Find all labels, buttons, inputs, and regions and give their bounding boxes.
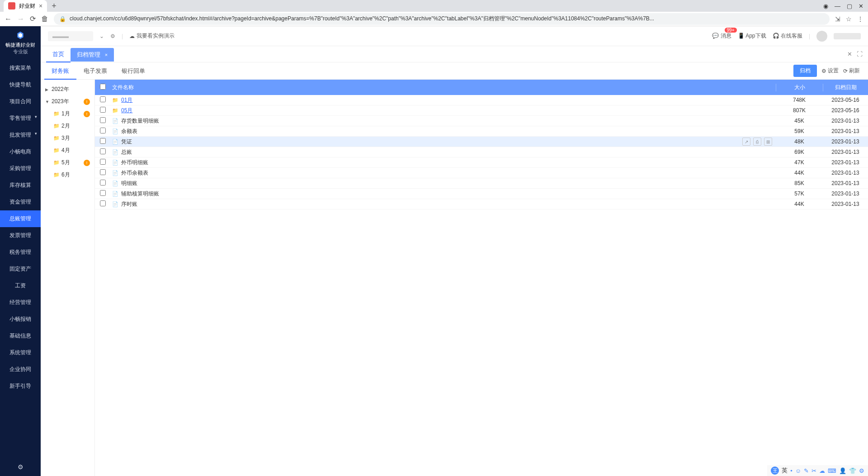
grid-icon[interactable]: ⊞ (764, 138, 772, 146)
close-window-icon[interactable]: ✕ (859, 3, 863, 10)
close-tab-icon[interactable]: × (105, 52, 108, 57)
tree-month[interactable]: 📁5月! (42, 157, 93, 169)
message-button[interactable]: 💬 消息 99+ (712, 32, 731, 40)
avatar[interactable] (816, 31, 827, 42)
delete-icon[interactable]: 🗑 (41, 15, 48, 23)
ime-keyboard-icon[interactable]: ⌨ (828, 467, 836, 474)
chevron-down-icon[interactable]: ⌄ (99, 33, 104, 39)
sidebar-item[interactable]: 固定资产 (0, 261, 41, 277)
gear-icon[interactable]: ⚙ (110, 33, 115, 39)
row-checkbox[interactable] (100, 200, 106, 206)
close-all-icon[interactable]: ✕ (847, 51, 852, 57)
close-icon[interactable]: × (39, 2, 42, 10)
tree-month[interactable]: 📁4月 (42, 144, 93, 157)
table-row[interactable]: 📄总账69K2023-01-13 (95, 147, 868, 157)
star-icon[interactable]: ☆ (846, 15, 852, 23)
sidebar-item[interactable]: 资金管理 (0, 194, 41, 210)
sidebar-item[interactable]: 发票管理 (0, 227, 41, 244)
subtab-einvoice[interactable]: 电子发票 (76, 62, 114, 80)
browser-tab[interactable]: 好业财 × (4, 0, 47, 12)
forward-icon[interactable]: → (17, 15, 24, 23)
row-checkbox[interactable] (100, 159, 106, 165)
table-row[interactable]: 📄明细账85K2023-01-13 (95, 178, 868, 189)
sidebar-item[interactable]: 批发管理▾ (0, 127, 41, 143)
file-name[interactable]: 05月 (121, 107, 132, 114)
minimize-icon[interactable]: — (835, 3, 840, 10)
row-checkbox[interactable] (100, 117, 106, 123)
archive-button[interactable]: 归档 (793, 65, 817, 77)
settings-button[interactable]: ⚙设置 (821, 67, 839, 75)
table-row[interactable]: 📄外币余额表44K2023-01-13 (95, 168, 868, 178)
back-icon[interactable]: ← (5, 15, 12, 23)
install-icon[interactable]: ⇲ (835, 15, 840, 23)
tree-year-2022[interactable]: ▶ 2022年 (42, 83, 93, 95)
tree-month[interactable]: 📁2月 (42, 120, 93, 132)
table-row[interactable]: 📄辅助核算明细账57K2023-01-13 (95, 189, 868, 199)
sidebar-item[interactable]: 小畅电商 (0, 143, 41, 160)
org-selector[interactable]: ▬▬▬ (48, 31, 93, 41)
tab-home[interactable]: 首页 (46, 46, 71, 62)
ime-scissors-icon[interactable]: ✂ (811, 467, 816, 474)
reload-icon[interactable]: ⟳ (30, 14, 36, 23)
settings-gear-icon[interactable]: ⚙ (0, 458, 41, 476)
ime-gear-icon[interactable]: ⚙ (859, 467, 864, 474)
ime-dot-icon[interactable]: • (790, 467, 793, 474)
url-input[interactable]: 🔒 cloud.chanjet.com/cc/u6d89qwnryel/57bf… (54, 13, 830, 25)
tree-month[interactable]: 📁3月 (42, 132, 93, 144)
sidebar-item[interactable]: 税务管理 (0, 244, 41, 261)
ime-cloud-icon[interactable]: ☁ (819, 467, 825, 474)
table-row[interactable]: 📄存货数量明细账45K2023-01-13 (95, 116, 868, 126)
ime-edit-icon[interactable]: ✎ (804, 467, 809, 474)
sidebar-item[interactable]: 企业协同 (0, 361, 41, 378)
row-checkbox[interactable] (100, 148, 106, 154)
ime-lang[interactable]: 英 (782, 466, 788, 475)
sidebar-item[interactable]: 基础信息 (0, 328, 41, 344)
account-icon[interactable]: ◉ (823, 3, 828, 10)
row-checkbox[interactable] (100, 96, 106, 102)
maximize-icon[interactable]: ▢ (847, 3, 852, 10)
print-icon[interactable]: ⎙ (753, 138, 761, 146)
tab-archive[interactable]: 归档管理 × (71, 48, 114, 62)
sidebar-item[interactable]: 工资 (0, 277, 41, 294)
sidebar-item[interactable]: 库存核算 (0, 177, 41, 194)
row-checkbox[interactable] (100, 190, 106, 196)
sidebar-item[interactable]: 经营管理 (0, 294, 41, 311)
sidebar-item[interactable]: 系统管理 (0, 344, 41, 361)
export-icon[interactable]: ↗ (742, 138, 750, 146)
expand-icon[interactable]: ⛶ (857, 51, 863, 57)
table-row[interactable]: 📁05月807K2023-05-16 (95, 105, 868, 116)
row-checkbox[interactable] (100, 180, 106, 186)
table-row[interactable]: 📁01月748K2023-05-16 (95, 95, 868, 105)
subtab-finance[interactable]: 财务账 (44, 62, 76, 80)
demo-link[interactable]: ☁ 我要看实例演示 (129, 32, 175, 40)
tree-month[interactable]: 📁1月! (42, 108, 93, 120)
sidebar-item[interactable]: 搜索菜单 (0, 60, 41, 76)
ime-shirt-icon[interactable]: 👕 (849, 467, 856, 474)
row-checkbox[interactable] (100, 138, 106, 144)
tree-year-2023[interactable]: ▼ 2023年 ! (42, 95, 93, 108)
sidebar-item[interactable]: 总账管理 (0, 210, 41, 227)
ime-logo-icon[interactable]: 王 (771, 466, 779, 475)
sidebar-item[interactable]: 快捷导航 (0, 76, 41, 93)
row-checkbox[interactable] (100, 107, 106, 113)
table-row[interactable]: 📄凭证↗⎙⊞48K2023-01-13 (95, 137, 868, 147)
new-tab-button[interactable]: + (47, 1, 61, 11)
service-button[interactable]: 🎧 在线客服 (773, 32, 802, 40)
row-checkbox[interactable] (100, 169, 106, 175)
refresh-button[interactable]: ⟳刷新 (843, 67, 860, 75)
table-row[interactable]: 📄余额表59K2023-01-13 (95, 126, 868, 137)
file-name[interactable]: 01月 (121, 96, 132, 104)
row-checkbox[interactable] (100, 128, 106, 133)
ime-user-icon[interactable]: 👤 (839, 467, 846, 474)
sidebar-item[interactable]: 零售管理▾ (0, 110, 41, 127)
table-row[interactable]: 📄序时账44K2023-01-13 (95, 199, 868, 209)
sidebar-item[interactable]: 采购管理 (0, 160, 41, 177)
menu-icon[interactable]: ⋮ (857, 15, 863, 23)
tree-month[interactable]: 📁6月 (42, 169, 93, 181)
ime-smile-icon[interactable]: ☺ (795, 467, 801, 474)
download-button[interactable]: 📱 App下载 (738, 32, 766, 40)
sidebar-item[interactable]: 小畅报销 (0, 311, 41, 328)
sidebar-item[interactable]: 项目合同 (0, 93, 41, 110)
select-all-checkbox[interactable] (100, 84, 106, 90)
table-row[interactable]: 📄外币明细账47K2023-01-13 (95, 157, 868, 168)
